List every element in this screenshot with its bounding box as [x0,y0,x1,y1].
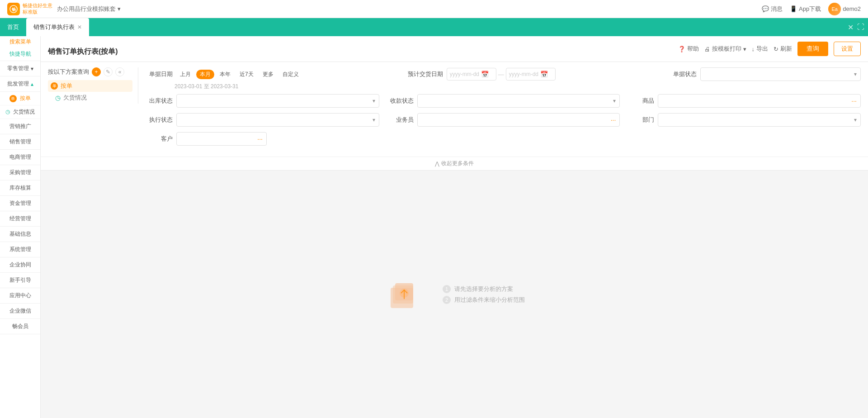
scheme-edit-btn[interactable]: ✎ [104,67,113,76]
goods-select[interactable]: ··· [658,94,861,108]
user-profile[interactable]: Ea demo2 [828,3,861,15]
empty-wrapper: 1 请先选择要分析的方案 2 用过滤条件来缩小分析范围 [384,274,525,315]
status-label: 单据状态 [670,70,697,78]
svg-text:畅: 畅 [12,7,16,12]
print-icon: 🖨 [704,46,710,52]
scheme-collapse-btn[interactable]: « [115,67,124,76]
salesperson-select[interactable]: ··· [417,113,620,127]
sidebar-item-operations[interactable]: 经营管理 [0,211,40,227]
app-download-action[interactable]: 📱 App下载 [790,5,821,13]
sidebar-item-enterprise[interactable]: 企业协同 [0,257,40,273]
sidebar-item-marketing[interactable]: 营销推广 [0,119,40,134]
sidebar-sub-item-by-order[interactable]: 单 按单 [0,92,40,105]
sidebar-item-ecommerce[interactable]: 电商管理 [0,150,40,165]
sidebar-item-retail-label: 零售管理 [7,65,29,72]
search-button[interactable]: 查询 [797,42,828,56]
sub-item-clock: ◷ [5,109,10,115]
scheme-item-by-order[interactable]: 单 按单 [48,80,132,92]
date-to-placeholder: yyyy-mm-dd [509,71,538,77]
scheme-panel: 按以下方案查询 + ✎ « 单 按单 ◷ 欠货情况 [48,67,138,104]
message-action[interactable]: 💬 消息 [762,5,783,13]
tab-close-window-icon[interactable]: ✕ [848,23,854,32]
sidebar-item-wechat[interactable]: 企业微信 [0,304,40,319]
sidebar-item-member[interactable]: 畅会员 [0,319,40,334]
page-header: 销售订单执行表(按单) ❓ 帮助 🖨 按模板打印 ▾ ↓ 导出 ↻ 刷新 [41,36,868,62]
filter-row-1: 单据日期 上月 本月 本年 近7天 更多 自定义 [146,67,861,81]
date-tag-this-year[interactable]: 本年 [216,70,234,79]
status-chevron-icon: ▾ [854,71,857,77]
expected-date-to[interactable]: yyyy-mm-dd 📅 [506,68,556,81]
filter-row-3: 执行状态 ▾ 业务员 ··· [146,113,861,127]
refresh-label: 刷新 [780,45,792,53]
content-area: 销售订单执行表(按单) ❓ 帮助 🖨 按模板打印 ▾ ↓ 导出 ↻ 刷新 [41,36,868,418]
dept-select[interactable]: ▾ [658,113,861,127]
tab-bar-right: ✕ ⛶ [848,23,868,32]
page-header-actions: ❓ 帮助 🖨 按模板打印 ▾ ↓ 导出 ↻ 刷新 查询 设置 [678,42,861,56]
sidebar-item-purchase[interactable]: 采购管理 [0,165,40,180]
sidebar-search[interactable]: 搜索菜单 [0,36,40,48]
sidebar-sub-item-backorder[interactable]: ◷ 欠货情况 [0,105,40,119]
logo-icon: 畅 [7,3,20,15]
execution-chevron-icon: ▾ [373,117,375,123]
goods-dots-icon[interactable]: ··· [851,97,857,104]
date-tag-last-month[interactable]: 上月 [176,70,194,79]
print-btn[interactable]: 🖨 按模板打印 ▾ [704,45,746,53]
date-tag-more[interactable]: 更多 [259,70,277,79]
filter-salesperson: 业务员 ··· [387,113,620,127]
date-tag-7days[interactable]: 近7天 [236,70,257,79]
empty-text-2: 2 用过滤条件来缩小分析范围 [443,296,525,304]
filter-panel: 按以下方案查询 + ✎ « 单 按单 ◷ 欠货情况 [41,62,868,171]
filter-fields: 单据日期 上月 本月 本年 近7天 更多 自定义 [138,67,861,151]
tab-sales-order-label: 销售订单执行表 [33,23,75,31]
company-selector[interactable]: 办公用品行业模拟账套 ▾ [57,5,121,13]
sidebar-quick-nav[interactable]: 快捷导航 [0,48,40,61]
delivery-status-select[interactable]: ▾ [176,94,379,108]
status-select[interactable]: ▾ [700,67,861,81]
customer-dots-icon[interactable]: ··· [257,135,263,142]
sidebar-item-operations-label: 经营管理 [9,215,31,223]
sidebar-item-retail[interactable]: 零售管理 ▾ [0,61,40,76]
settings-button[interactable]: 设置 [834,42,861,56]
filter-dept: 部门 ▾ [627,113,861,127]
sidebar-retail-arrow: ▾ [31,66,33,72]
filter-delivery-status: 出库状态 ▾ [146,94,379,108]
execution-status-select[interactable]: ▾ [176,113,379,127]
sidebar-item-system[interactable]: 系统管理 [0,242,40,257]
collapse-btn[interactable]: ⋀ 收起更多条件 [435,160,474,167]
top-header-right: 💬 消息 📱 App下载 Ea demo2 [762,3,861,15]
sidebar-item-wholesale-label: 批发管理 [7,80,29,88]
scheme-clock-icon: ◷ [55,94,61,101]
customer-select[interactable]: ··· [176,132,267,146]
dept-chevron-icon: ▾ [854,117,857,123]
tab-sales-order[interactable]: 销售订单执行表 ✕ [26,18,89,36]
refresh-btn[interactable]: ↻ 刷新 [774,45,792,53]
sidebar-item-sales[interactable]: 销售管理 [0,134,40,150]
expected-date-from[interactable]: yyyy-mm-dd 📅 [447,68,496,81]
sidebar-item-wholesale[interactable]: 批发管理 ▴ [0,76,40,92]
calendar-from-icon[interactable]: 📅 [481,71,489,78]
date-tag-this-month[interactable]: 本月 [196,70,214,79]
filter-date-field: 单据日期 上月 本月 本年 近7天 更多 自定义 [146,70,401,79]
goods-label: 商品 [627,97,654,105]
tab-home-label: 首页 [7,23,19,31]
calendar-to-icon[interactable]: 📅 [540,71,548,78]
help-btn[interactable]: ❓ 帮助 [678,45,699,53]
date-tag-custom[interactable]: 自定义 [279,70,302,79]
tab-close-icon[interactable]: ✕ [77,24,82,30]
sidebar-item-finance[interactable]: 资金管理 [0,196,40,211]
scheme-item-label: 按单 [61,82,72,90]
tab-home[interactable]: 首页 [0,18,26,36]
sidebar-item-basics[interactable]: 基础信息 [0,227,40,242]
sub-item-circle: 单 [9,95,17,102]
tab-expand-icon[interactable]: ⛶ [857,23,864,31]
sidebar-item-guide[interactable]: 新手引导 [0,273,40,288]
empty-num-2: 2 [443,296,451,304]
sidebar-item-appcenter[interactable]: 应用中心 [0,288,40,304]
scheme-item-backorder[interactable]: ◷ 欠货情况 [48,92,132,104]
payment-status-select[interactable]: ▾ [417,94,620,108]
salesperson-dots-icon[interactable]: ··· [611,116,616,124]
sidebar-item-inventory[interactable]: 库存核算 [0,180,40,196]
scheme-add-btn[interactable]: + [92,67,101,76]
export-btn[interactable]: ↓ 导出 [752,45,769,53]
tab-bar: 首页 销售订单执行表 ✕ ✕ ⛶ [0,18,868,36]
